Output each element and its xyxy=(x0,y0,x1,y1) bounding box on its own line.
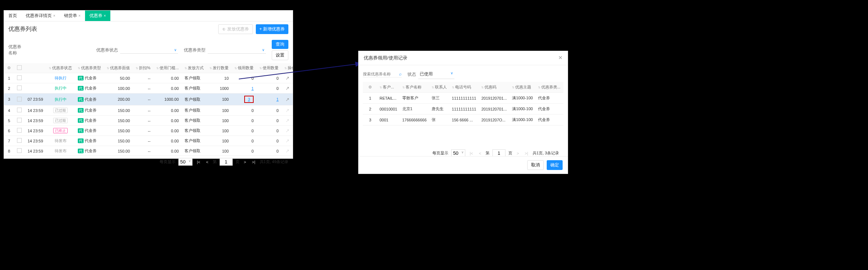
tab[interactable]: 优惠券× xyxy=(85,11,110,21)
column-header[interactable]: ⇅电话号码 xyxy=(450,82,479,93)
share-icon[interactable]: ↗ xyxy=(285,86,289,91)
row-checkbox[interactable] xyxy=(17,97,22,101)
tab[interactable]: 优惠券详情页× xyxy=(21,11,60,21)
share-icon[interactable]: ↗ xyxy=(285,97,289,102)
select-all-checkbox[interactable] xyxy=(17,65,22,70)
use-count-link[interactable]: 1 xyxy=(276,97,279,101)
row-checkbox[interactable] xyxy=(17,148,22,153)
sort-icon: ⇅ xyxy=(49,67,51,70)
action-cell: ↗ ⠿ xyxy=(281,105,293,116)
table-row[interactable]: 8 14 23:59 待发布 代代金券 150.00 -- 0.00 客户领取 … xyxy=(4,146,293,156)
add-coupon-button[interactable]: + 新增优惠券 xyxy=(256,24,288,34)
last-page-button[interactable]: >| xyxy=(250,160,257,164)
table-row[interactable]: 3 07 23:59 执行中 代代金券 200.00 -- 1000.00 客户… xyxy=(4,94,293,105)
column-header[interactable]: ⇅折扣% xyxy=(133,63,153,73)
column-header[interactable]: ⇅优惠券类型 xyxy=(75,63,104,73)
method-cell: 客户领取 xyxy=(182,136,207,146)
receive-count-link[interactable]: 1 xyxy=(251,86,254,91)
column-header[interactable]: ⇅操作 xyxy=(281,63,293,73)
share-icon: ↗ xyxy=(285,138,289,144)
detail-pagination: 每页显示 50 |< < 第 页 > >| 共1页, 3条记录 xyxy=(363,147,563,156)
sort-icon: ⇅ xyxy=(481,86,484,89)
row-checkbox[interactable] xyxy=(17,128,22,133)
column-header[interactable]: ⇅使用门槛... xyxy=(153,63,182,73)
column-header[interactable]: ⇅优惠券状态 xyxy=(46,63,75,73)
search-input[interactable] xyxy=(363,72,399,76)
page-total: 共1页, 49条记录 xyxy=(260,159,288,165)
row-checkbox[interactable] xyxy=(17,138,22,143)
row-number: 3 xyxy=(4,94,14,105)
page-input[interactable] xyxy=(492,149,505,156)
column-header[interactable]: ⇅客户... xyxy=(377,82,400,93)
next-page-button[interactable]: > xyxy=(515,151,520,155)
column-header[interactable]: ⇅优惠码 xyxy=(479,82,510,93)
issue-coupon-button[interactable]: ⊕ 发放优惠券 xyxy=(218,24,253,34)
next-page-button[interactable]: > xyxy=(242,160,247,164)
table-row[interactable]: 6 14 23:59 已终止 代代金券 150.00 -- 0.00 客户领取 … xyxy=(4,126,293,136)
column-header[interactable]: ⇅优惠主题 xyxy=(510,82,536,93)
query-button[interactable]: 查询 xyxy=(272,40,288,49)
table-row[interactable]: 2 00010001 北京1 唐先生 11111111111 201912070… xyxy=(363,104,563,115)
per-page-select[interactable]: 50 xyxy=(178,158,192,166)
phone-cell: 156 6666 ... xyxy=(450,115,479,125)
status-cell: 待发布 xyxy=(46,136,75,146)
issue-coupon-label: 发放优惠券 xyxy=(227,26,249,32)
gear-icon[interactable]: ⚙ xyxy=(7,66,11,70)
gear-icon[interactable]: ⚙ xyxy=(368,85,372,89)
tab-label: 销货单 xyxy=(64,13,77,19)
share-icon[interactable]: ↗ xyxy=(285,75,289,81)
receive-count-link[interactable]: 3 xyxy=(248,97,250,101)
type-cell: 代代金券 xyxy=(75,83,104,94)
column-header[interactable]: ⇅优惠券面值 xyxy=(104,63,133,73)
last-page-button[interactable]: >| xyxy=(523,151,529,155)
issue-count-cell: 100 xyxy=(207,105,232,116)
close-icon[interactable]: × xyxy=(79,14,81,18)
first-page-button[interactable]: |< xyxy=(468,151,474,155)
settings-button[interactable]: 设置 xyxy=(272,50,288,60)
column-header[interactable]: ⇅领用数量 xyxy=(232,63,257,73)
tab[interactable]: 销货单× xyxy=(60,11,85,21)
filter-name-input[interactable] xyxy=(26,46,90,54)
row-checkbox[interactable] xyxy=(17,86,22,90)
value-cell: 150.00 xyxy=(104,126,133,136)
close-icon[interactable]: ✕ xyxy=(558,55,563,61)
column-header[interactable]: ⇅使用数量 xyxy=(257,63,281,73)
receive-count-cell: 1 xyxy=(232,83,257,94)
column-header[interactable]: ⇅联系人 xyxy=(429,82,450,93)
row-checkbox[interactable] xyxy=(17,108,22,112)
table-row[interactable]: 7 14 23:59 待发布 代代金券 150.00 -- 0.00 客户领取 … xyxy=(4,136,293,146)
close-icon[interactable]: × xyxy=(104,14,106,18)
filter-status-select[interactable]: ∨ xyxy=(120,46,178,54)
per-page-select[interactable]: 50 xyxy=(451,149,465,156)
issue-count-cell: 100 xyxy=(207,136,232,146)
close-icon[interactable]: × xyxy=(53,14,55,18)
detail-status-select[interactable]: 已使用 ∨ xyxy=(418,70,454,79)
prev-page-button[interactable]: < xyxy=(204,160,209,164)
page-input[interactable] xyxy=(220,158,233,166)
filter-type-select[interactable]: ∨ xyxy=(208,46,266,54)
prev-page-button[interactable]: < xyxy=(477,151,482,155)
table-row[interactable]: 4 14 23:59 已过期 代代金券 150.00 -- 0.00 客户领取 … xyxy=(4,105,293,116)
tab[interactable]: 首页 xyxy=(4,11,21,21)
search-icon[interactable]: ⌕ xyxy=(399,71,402,76)
column-header[interactable]: ⇅发行数量 xyxy=(207,63,232,73)
table-row[interactable]: 1 待执行 代代金券 50.00 -- 0.00 客户领取 10 0 0 ↗ ⠿ xyxy=(4,73,293,83)
table-row[interactable]: 2 执行中 代代金券 100.00 -- 0.00 客户领取 1000 1 0 … xyxy=(4,83,293,94)
row-checkbox[interactable] xyxy=(17,75,22,80)
table-row[interactable]: 3 0001 17666666666 张 156 6666 ... 201912… xyxy=(363,115,563,125)
first-page-button[interactable]: |< xyxy=(195,160,202,164)
column-header[interactable]: ⇅客户名称 xyxy=(400,82,430,93)
use-count-cell: 0 xyxy=(257,116,281,126)
action-cell: ↗ ⠿ xyxy=(281,136,293,146)
coupon-tag-icon: 代 xyxy=(78,118,84,123)
sort-icon: ⇅ xyxy=(402,86,405,89)
confirm-button[interactable]: 确定 xyxy=(547,160,563,170)
table-row[interactable]: 5 14 23:59 已过期 代代金券 150.00 -- 0.00 客户领取 … xyxy=(4,116,293,126)
threshold-cell: 1000.00 xyxy=(153,94,182,105)
column-header[interactable]: ⇅优惠券类... xyxy=(536,82,563,93)
coupon-code-cell: 2019120701... xyxy=(479,104,510,115)
cancel-button[interactable]: 取消 xyxy=(527,160,544,170)
row-checkbox[interactable] xyxy=(17,118,22,122)
column-header[interactable]: ⇅发放方式 xyxy=(182,63,207,73)
table-row[interactable]: 1 RETAIL... 零散客户 张三 11111111111 20191207… xyxy=(363,93,563,104)
